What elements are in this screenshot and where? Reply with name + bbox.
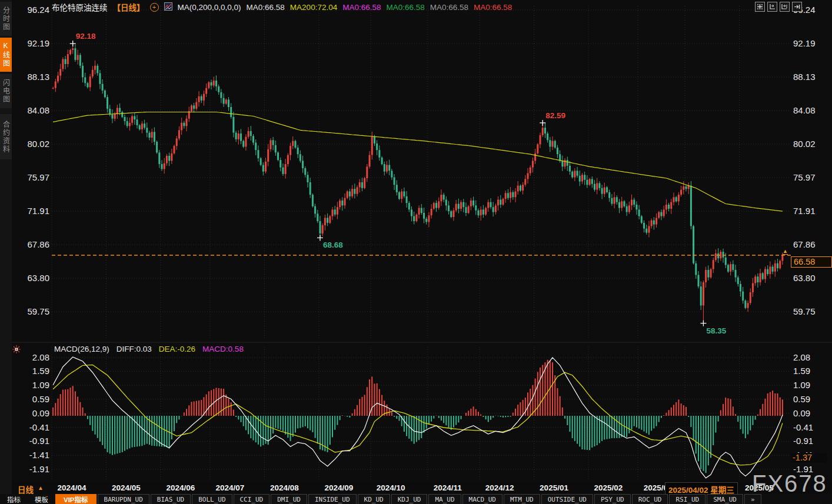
trading-app-window: 分时图 K线图 闪电图 合约资料 布伦特原油连续 【日线】 + MA(0,200…: [0, 0, 832, 504]
toolbar-item-dmi[interactable]: DMI_UD: [271, 494, 307, 504]
svg-text:0.59: 0.59: [32, 394, 49, 404]
sidebar-tab-kline[interactable]: K线图: [0, 38, 12, 72]
timeline-month: 2024/08: [270, 483, 299, 492]
timeline-month: 2024/10: [377, 483, 405, 492]
svg-text:88.13: 88.13: [793, 72, 816, 82]
sidebar-tab-flashchart[interactable]: 闪电图: [0, 74, 12, 108]
ma-settings-label[interactable]: MA(0,200,0,0,0,0): [178, 3, 241, 12]
sidebar-tab-contract-info[interactable]: 合约资料: [0, 114, 12, 159]
main-chart-canvas[interactable]: 96.2496.2492.1992.1988.1388.1384.0884.08…: [0, 0, 832, 504]
period-selector[interactable]: 日线: [18, 483, 34, 495]
svg-text:-0.91: -0.91: [793, 436, 813, 446]
pane-layout-icon[interactable]: [755, 2, 765, 12]
indicator-toolbar: 指标 模板 VIP指标 BARUPDN_UD BIAS_UD BOLL_UD C…: [0, 494, 832, 504]
current-price-badge: 66.58: [791, 256, 832, 268]
toolbar-item-outside[interactable]: OUTSIDE_UD: [541, 494, 593, 504]
toolbar-item-ma[interactable]: MA_UD: [428, 494, 461, 504]
svg-text:2.08: 2.08: [793, 352, 810, 362]
svg-text:58.35: 58.35: [706, 326, 726, 335]
toolbar-item-cci[interactable]: CCI_UD: [234, 494, 270, 504]
indicator-settings-icon[interactable]: [12, 345, 21, 356]
toolbar-item-psy[interactable]: PSY_UD: [594, 494, 631, 504]
toolbar-item-sma[interactable]: SMA_UD: [707, 494, 743, 504]
ma-legend-4: MA0:66.58: [430, 3, 468, 12]
svg-text:1.09: 1.09: [32, 380, 49, 390]
goto-latest-icon[interactable]: [792, 2, 802, 12]
timeline-month: 2024/06: [167, 483, 195, 492]
timeline-month: 2025/02: [594, 483, 623, 492]
expand-icon[interactable]: +: [150, 3, 159, 12]
svg-text:71.91: 71.91: [27, 206, 49, 216]
timeline-month: 2025/01: [540, 483, 568, 492]
svg-text:92.19: 92.19: [27, 38, 49, 48]
left-sidebar: 分时图 K线图 闪电图 合约资料: [0, 0, 12, 504]
toolbar-item-indicator[interactable]: 指标: [0, 494, 28, 504]
timeline-month: 2024/04: [58, 483, 86, 492]
ma-legend-2: MA0:66.58: [342, 3, 381, 12]
toolbar-item-more[interactable]: »: [744, 494, 761, 504]
brand-watermark: FX678: [752, 470, 827, 497]
toolbar-item-roc[interactable]: ROC_UD: [632, 494, 668, 504]
svg-text:1.59: 1.59: [793, 366, 810, 376]
axis-left-icon[interactable]: [767, 2, 777, 12]
toolbar-item-macd[interactable]: MACD_UD: [462, 494, 502, 504]
toolbar-item-boll[interactable]: BOLL_UD: [192, 494, 232, 504]
toolbar-item-kd[interactable]: KD_UD: [358, 494, 390, 504]
toolbar-item-bias[interactable]: BIAS_UD: [151, 494, 191, 504]
latest-price-arrow-icon: ▲: [783, 249, 788, 255]
svg-text:82.59: 82.59: [545, 111, 565, 120]
svg-text:71.91: 71.91: [793, 206, 816, 216]
svg-text:0.09: 0.09: [793, 408, 810, 418]
svg-text:2.08: 2.08: [32, 352, 49, 362]
macd-dea-value: DEA:-0.26: [159, 345, 195, 353]
svg-text:63.80: 63.80: [793, 273, 816, 283]
svg-text:92.19: 92.19: [793, 38, 816, 48]
macd-axis-marker: -1.37: [791, 453, 827, 463]
chart-layout-buttons: [755, 2, 802, 12]
sidebar-tab-timechart[interactable]: 分时图: [0, 2, 12, 36]
toolbar-item-barupdn[interactable]: BARUPDN_UD: [98, 494, 149, 504]
toolbar-item-rsi[interactable]: RSI_UD: [669, 494, 705, 504]
period-tag: 【日线】: [113, 1, 145, 13]
svg-text:92.18: 92.18: [76, 32, 96, 41]
svg-text:96.24: 96.24: [27, 5, 49, 15]
macd-diff-value: DIFF:0.03: [117, 345, 152, 353]
toolbar-item-mtm[interactable]: MTM_UD: [504, 494, 540, 504]
svg-text:63.80: 63.80: [27, 273, 49, 283]
timeline-month: 2024/05: [112, 483, 141, 492]
svg-text:75.97: 75.97: [27, 172, 49, 182]
ma-legend-5: MA0:66.58: [474, 3, 512, 12]
chart-icon[interactable]: [164, 2, 172, 12]
svg-text:80.02: 80.02: [793, 139, 816, 149]
timeline-month: 2024/07: [216, 483, 245, 492]
svg-text:68.68: 68.68: [323, 241, 343, 249]
svg-text:-0.91: -0.91: [29, 436, 49, 446]
svg-text:59.75: 59.75: [793, 306, 816, 316]
svg-text:-0.41: -0.41: [29, 422, 49, 432]
chart-header: 布伦特原油连续 【日线】 + MA(0,200,0,0,0,0) MA0:66.…: [52, 2, 512, 12]
ma-legend-3: MA0:66.58: [386, 3, 424, 12]
macd-title[interactable]: MACD(26,12,9): [54, 345, 109, 353]
timeline-bar: 日线 ▲ 2024/042024/052024/062024/072024/08…: [0, 482, 832, 494]
svg-text:88.13: 88.13: [27, 72, 49, 82]
svg-text:1.59: 1.59: [32, 366, 49, 376]
svg-text:84.08: 84.08: [793, 105, 816, 115]
macd-macd-value: MACD:0.58: [202, 345, 244, 353]
toolbar-item-vip[interactable]: VIP指标: [55, 494, 96, 504]
period-selector-arrow-icon[interactable]: ▲: [38, 485, 44, 491]
macd-pane-header: MACD(26,12,9) DIFF:0.03 DEA:-0.26 MACD:0…: [54, 345, 244, 353]
toolbar-item-kdj[interactable]: KDJ_UD: [391, 494, 428, 504]
svg-text:1.09: 1.09: [793, 380, 810, 390]
svg-text:67.86: 67.86: [27, 239, 49, 249]
svg-text:-1.91: -1.91: [29, 464, 49, 474]
toolbar-item-inside[interactable]: INSIDE_UD: [308, 494, 357, 504]
toolbar-item-template[interactable]: 模板: [28, 494, 55, 504]
svg-text:-1.41: -1.41: [29, 450, 49, 460]
axis-right-icon[interactable]: [780, 2, 790, 12]
ma-legend-0: MA0:66.58: [247, 3, 285, 12]
svg-text:75.97: 75.97: [793, 172, 816, 182]
svg-text:0.09: 0.09: [32, 408, 49, 418]
svg-text:80.02: 80.02: [27, 139, 49, 149]
svg-text:59.75: 59.75: [27, 306, 49, 316]
svg-text:84.08: 84.08: [27, 105, 49, 115]
